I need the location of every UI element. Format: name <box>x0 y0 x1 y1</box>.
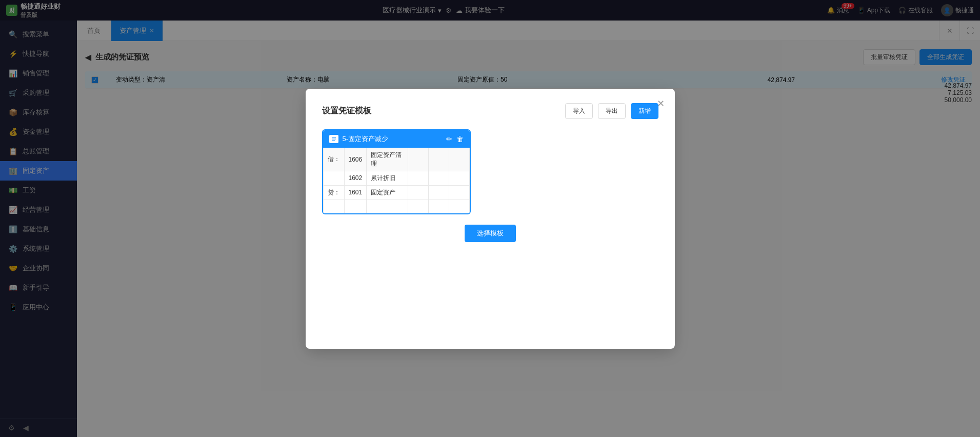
new-button[interactable]: 新增 <box>631 103 658 119</box>
row1-name: 固定资产清理 <box>367 148 408 171</box>
template-doc-icon <box>329 135 338 143</box>
template-card-title: 5-固定资产减少 <box>329 134 389 144</box>
row2-col4 <box>428 171 449 185</box>
select-template-button[interactable]: 选择模板 <box>465 225 516 242</box>
template-delete-icon[interactable]: 🗑 <box>456 135 464 143</box>
dialog-title: 设置凭证模板 <box>322 106 371 116</box>
export-button[interactable]: 导出 <box>598 103 626 119</box>
row4-col5 <box>449 200 469 213</box>
row2-name: 累计折旧 <box>367 171 408 185</box>
template-card: 5-固定资产减少 ✏ 🗑 借： 1606 固定资产清理 <box>322 129 471 214</box>
table-row <box>323 200 469 213</box>
row4-col4 <box>428 200 449 213</box>
table-row: 借： 1606 固定资产清理 <box>323 148 469 171</box>
row3-prefix: 贷： <box>323 185 344 200</box>
dialog-overlay: 设置凭证模板 导入 导出 新增 ✕ 5-固定资产减少 <box>0 0 980 437</box>
dialog-toolbar: 导入 导出 新增 <box>565 103 658 119</box>
row1-code: 1606 <box>344 148 367 171</box>
dialog-body: 5-固定资产减少 ✏ 🗑 借： 1606 固定资产清理 <box>322 129 658 334</box>
row4-code <box>344 200 367 213</box>
row3-col5 <box>449 185 469 200</box>
row1-col3 <box>408 148 428 171</box>
row3-name: 固定资产 <box>367 185 408 200</box>
row2-code: 1602 <box>344 171 367 185</box>
dialog-header: 设置凭证模板 导入 导出 新增 <box>322 103 658 119</box>
template-card-actions: ✏ 🗑 <box>446 135 464 143</box>
template-card-header: 5-固定资产减少 ✏ 🗑 <box>323 130 470 148</box>
row4-col3 <box>408 200 428 213</box>
import-button[interactable]: 导入 <box>565 103 593 119</box>
close-icon[interactable]: ✕ <box>657 98 665 109</box>
row1-col5 <box>449 148 469 171</box>
template-id-name: 5-固定资产减少 <box>343 134 389 144</box>
row3-col3 <box>408 185 428 200</box>
dialog: 设置凭证模板 导入 导出 新增 ✕ 5-固定资产减少 <box>306 89 675 349</box>
row1-col4 <box>428 148 449 171</box>
table-row: 贷： 1601 固定资产 <box>323 185 469 200</box>
row2-col3 <box>408 171 428 185</box>
table-row: 1602 累计折旧 <box>323 171 469 185</box>
row2-prefix <box>323 171 344 185</box>
row2-col5 <box>449 171 469 185</box>
row3-col4 <box>428 185 449 200</box>
row4-prefix <box>323 200 344 213</box>
row4-name <box>367 200 408 213</box>
row1-prefix: 借： <box>323 148 344 171</box>
template-edit-icon[interactable]: ✏ <box>446 135 452 143</box>
row3-code: 1601 <box>344 185 367 200</box>
template-table: 借： 1606 固定资产清理 1602 累计折旧 <box>323 148 470 213</box>
